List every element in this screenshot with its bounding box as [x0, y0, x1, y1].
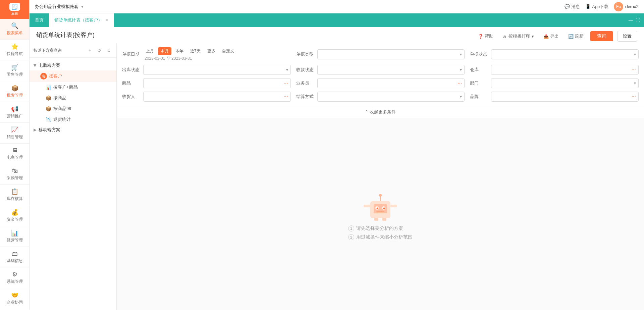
- goods-label: 商品: [122, 80, 141, 86]
- sidebar-item-system[interactable]: ⚙ 系统管理: [0, 267, 29, 288]
- sidebar-item-label: 采购管理: [7, 175, 23, 181]
- sidebar-item-retail[interactable]: 🛒 零售管理: [0, 60, 29, 81]
- sidebar-item-operations[interactable]: 📊 经营管理: [0, 226, 29, 247]
- date-tab-this-month[interactable]: 本月: [158, 47, 171, 55]
- industry-dropdown-icon[interactable]: ▾: [81, 4, 84, 9]
- payment-status-wrapper: [317, 65, 465, 75]
- sidebar-item-search[interactable]: 🔍 搜索菜单: [0, 19, 29, 40]
- wholesale-icon: 📦: [11, 85, 18, 92]
- order-status-select[interactable]: [491, 49, 639, 59]
- finance-icon: 💰: [11, 209, 18, 216]
- filter-area: 单据日期 上月 本月 本年 近7天 更多 自定义 20: [117, 43, 644, 106]
- tree-expand-icon: ▶: [33, 64, 38, 67]
- date-tab-last-month[interactable]: 上月: [143, 47, 157, 55]
- sidebar-item-label: 经营管理: [7, 238, 23, 243]
- message-btn[interactable]: 💬 消息: [565, 4, 580, 10]
- out-status-select[interactable]: [143, 65, 291, 75]
- retail-icon: 🛒: [11, 64, 18, 71]
- refresh-scheme-btn[interactable]: ↺: [96, 47, 103, 54]
- tree-group-desktop[interactable]: ▶ 电脑端方案: [30, 60, 116, 70]
- sidebar-item-basics[interactable]: 🗃 基础信息: [0, 247, 29, 267]
- payment-status-select[interactable]: [317, 65, 465, 75]
- warehouse-dots[interactable]: ···: [632, 67, 636, 73]
- sidebar-item-label: 批发管理: [7, 93, 23, 98]
- add-scheme-btn[interactable]: ＋: [86, 47, 94, 54]
- date-tab-7days[interactable]: 近7天: [187, 47, 203, 55]
- sidebar-item-finance[interactable]: 💰 资金管理: [0, 205, 29, 226]
- content-area: 1 请先选择要分析的方案 2 用过滤条件来缩小分析范围: [117, 118, 644, 310]
- sidebar-item-sales[interactable]: 📈 销售管理: [0, 123, 29, 144]
- export-btn[interactable]: 📤 导出: [541, 32, 561, 41]
- user-avatar-area[interactable]: Ea demo2: [614, 2, 639, 11]
- purchase-icon: 🛍: [12, 167, 18, 174]
- date-tab-this-year[interactable]: 本年: [173, 47, 186, 55]
- sidebar-item-inventory[interactable]: 📋 库存核算: [0, 185, 29, 205]
- refresh-btn[interactable]: 🔄 刷新: [566, 32, 586, 41]
- receiver-input[interactable]: [143, 92, 291, 102]
- brand-label: 品牌: [470, 94, 488, 100]
- collapse-panel-btn[interactable]: «: [105, 47, 112, 54]
- minimize-icon[interactable]: —: [629, 18, 633, 23]
- staff-label: 业务员: [296, 80, 315, 86]
- order-type-select[interactable]: [317, 49, 465, 59]
- order-type-label: 单据类型: [296, 51, 315, 57]
- ecommerce-icon: 🖥: [12, 147, 18, 154]
- date-label: 单据日期: [122, 51, 141, 57]
- collapse-bar[interactable]: ⌃ 收起更多条件: [117, 106, 644, 118]
- sales-icon: 📈: [11, 126, 18, 134]
- tab-sales-report[interactable]: 销货单统计表（按客户） ✕: [49, 13, 114, 27]
- sidebar-item-label: 企业协同: [7, 300, 23, 305]
- maximize-icon[interactable]: ⛶: [636, 18, 640, 23]
- page-content: 销货单统计表(按客户) ❓ 帮助 🖨 按模板打印 ▾ 📤 导出 🔄 刷新: [30, 27, 644, 310]
- order-status-label: 单据状态: [470, 51, 488, 57]
- settlement-select[interactable]: [317, 92, 465, 102]
- order-type-cell: 单据类型: [296, 47, 465, 61]
- marketing-icon: 📢: [11, 105, 18, 113]
- receiver-dots[interactable]: ···: [283, 94, 288, 100]
- template-print-btn[interactable]: 🖨 按模板打印 ▾: [500, 32, 537, 41]
- staff-input[interactable]: [317, 78, 465, 88]
- dept-select[interactable]: [491, 78, 639, 88]
- tree-item-by-customer[interactable]: 客 按客户: [30, 70, 116, 82]
- sidebar-item-marketing[interactable]: 📢 营销推广: [0, 102, 29, 123]
- app-download-btn[interactable]: 📱 App下载: [585, 4, 608, 10]
- window-controls: — ⛶: [625, 18, 644, 23]
- cooperation-icon: 🤝: [11, 292, 18, 299]
- svg-point-5: [383, 207, 385, 209]
- payment-status-label: 收款状态: [296, 67, 315, 73]
- tree-item-by-goods[interactable]: 📦 按商品: [30, 93, 116, 103]
- help-icon: ❓: [478, 34, 483, 39]
- tree-section: ▶ 电脑端方案 客 按客户 📊 按客户+商品 📦 按商品: [30, 58, 116, 310]
- sidebar-item-shortcuts[interactable]: ⭐ 快捷导航: [0, 40, 29, 60]
- tree-item-return-stats[interactable]: 📉 退货统计: [30, 114, 116, 125]
- brand-dots[interactable]: ···: [632, 94, 636, 100]
- sidebar-item-wholesale[interactable]: 📦 批发管理: [0, 81, 29, 102]
- query-button[interactable]: 查询: [590, 31, 613, 41]
- brand-input[interactable]: [491, 92, 639, 102]
- sidebar-item-ecommerce[interactable]: 🖥 电商管理: [0, 144, 29, 164]
- sidebar-item-label: 库存核算: [7, 196, 23, 202]
- staff-dots[interactable]: ···: [458, 80, 462, 86]
- date-tab-more[interactable]: 更多: [205, 47, 218, 55]
- svg-rect-8: [382, 218, 386, 221]
- sidebar-item-purchase[interactable]: 🛍 采购管理: [0, 164, 29, 185]
- tree-collapse-icon: ▶: [34, 127, 37, 132]
- goods-input[interactable]: [143, 78, 291, 88]
- date-tab-custom[interactable]: 自定义: [219, 47, 237, 55]
- page-header: 销货单统计表(按客户) ❓ 帮助 🖨 按模板打印 ▾ 📤 导出 🔄 刷新: [30, 27, 644, 43]
- goods-dots[interactable]: ···: [283, 80, 288, 86]
- warehouse-input[interactable]: [491, 65, 639, 75]
- tab-close-icon[interactable]: ✕: [105, 18, 108, 22]
- customer-icon: 客: [40, 73, 47, 80]
- tree-item-by-goods-99[interactable]: 📦 按商品99: [30, 103, 116, 114]
- message-icon: 💬: [565, 4, 570, 9]
- tab-home[interactable]: 首页: [30, 13, 49, 27]
- settings-button[interactable]: 设置: [617, 31, 637, 42]
- tree-group-mobile[interactable]: ▶ 移动端方案: [30, 125, 116, 135]
- tree-item-by-customer-goods[interactable]: 📊 按客户+商品: [30, 82, 116, 93]
- export-icon: 📤: [543, 34, 549, 39]
- tip-1: 1 请先选择要分析的方案: [348, 225, 413, 231]
- sidebar-item-cooperation[interactable]: 🤝 企业协同: [0, 288, 29, 309]
- help-btn[interactable]: ❓ 帮助: [475, 32, 496, 41]
- inner-layout: 按以下方案查询 ＋ ↺ « ▶ 电脑端方案 客: [30, 43, 644, 310]
